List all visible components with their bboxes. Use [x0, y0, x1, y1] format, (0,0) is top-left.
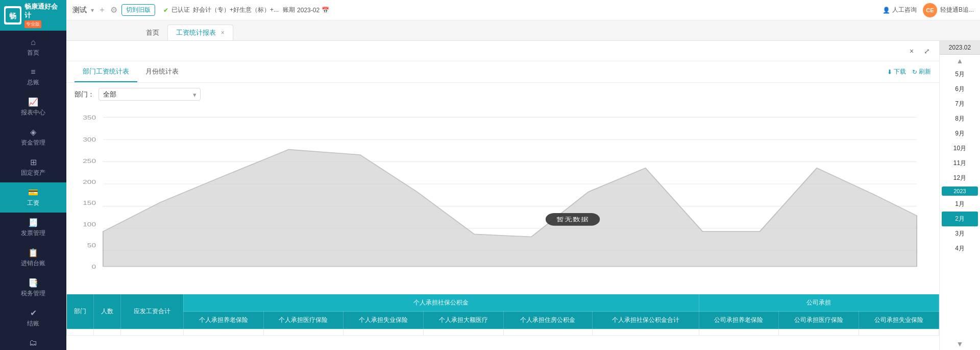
dept-select[interactable]: 全部 财务部 销售部 技术部 人事部	[99, 88, 201, 101]
table-wrapper[interactable]: 部门 人数 应发工资合计 个人承担社保公积金 公司承担 个人承担养老保险 个人承…	[66, 294, 939, 350]
refresh-button[interactable]: ↻ 刷新	[912, 67, 931, 76]
sidebar-item-home[interactable]: ⌂ 首页	[0, 33, 66, 62]
sidebar-item-ledger[interactable]: ≡ 总账	[0, 62, 66, 92]
topbar-add-button[interactable]: ＋	[98, 5, 106, 15]
help-button[interactable]: 👤 人工咨询	[883, 6, 917, 14]
th-personal-major-medical: 个人承担大额医疗	[424, 312, 504, 329]
invoice-icon: 🧾	[28, 218, 38, 227]
th-dept: 部门	[67, 294, 94, 329]
date-item-jan[interactable]: 1月	[940, 197, 980, 212]
sidebar-label-funds: 资金管理	[21, 138, 45, 147]
sidebar-nav: ⌂ 首页 ≡ 总账 📈 报表中心 ◈ 资金管理 ⊞ 固定资产 💳 工资	[0, 31, 66, 350]
td-personal-total	[592, 329, 699, 336]
topbar-dropdown-arrow[interactable]: ▾	[91, 7, 94, 14]
help-label: 人工咨询	[892, 6, 917, 14]
th-company-medical: 公司承担医疗保险	[779, 312, 859, 329]
refresh-icon: ↻	[912, 68, 917, 76]
tab-label: 工资统计报表	[176, 29, 216, 36]
th-personal-insurance-group: 个人承担社保公积金	[183, 294, 699, 312]
svg-marker-18	[103, 150, 917, 267]
date-panel-down-button[interactable]: ▼	[940, 338, 980, 350]
logo-icon: 畅	[4, 6, 21, 25]
sidebar-item-reports[interactable]: 📈 报表中心	[0, 92, 66, 122]
tab-dept-salary[interactable]: 部门工资统计表	[75, 62, 137, 82]
sidebar-label-tax: 税务管理	[21, 289, 45, 298]
sidebar-item-salary[interactable]: 💳 工资	[0, 182, 66, 213]
main-area: 测试 ▾ ＋ ⚙ 切到旧版 ✔ 已认证 好会计（专）+好生意（标）+... 账期…	[66, 0, 980, 350]
tab-salary-report[interactable]: 工资统计报表 ×	[167, 25, 233, 40]
switch-to-old-button[interactable]: 切到旧版	[121, 4, 155, 16]
sidebar-item-tax[interactable]: 📑 税务管理	[0, 273, 66, 303]
date-item-sep[interactable]: 9月	[940, 126, 980, 141]
date-item-apr[interactable]: 4月	[940, 241, 980, 256]
sidebar-item-assets[interactable]: ⊞ 固定资产	[0, 152, 66, 182]
topbar-period: 账期 2023-02 📅	[283, 6, 329, 14]
sidebar: 畅 畅康通好会计 专业版 ⌂ 首页 ≡ 总账 📈 报表中心 ◈	[0, 0, 66, 350]
window-controls: × ⤢	[905, 45, 933, 57]
download-button[interactable]: ⬇ 下载	[887, 67, 906, 76]
certified-label: 已认证	[172, 6, 190, 14]
sidebar-item-sales[interactable]: 📋 进销台账	[0, 243, 66, 273]
svg-text:0: 0	[91, 263, 96, 270]
date-item-jul[interactable]: 7月	[940, 97, 980, 111]
topbar-settings-button[interactable]: ⚙	[110, 5, 117, 15]
th-personal-medical: 个人承担医疗保险	[263, 312, 344, 329]
date-item-feb-active[interactable]: 2月	[942, 212, 978, 226]
salary-table: 部门 人数 应发工资合计 个人承担社保公积金 公司承担 个人承担养老保险 个人承…	[66, 294, 939, 336]
th-personal-total: 个人承担社保公积金合计	[592, 312, 699, 329]
tab-close-button[interactable]: ×	[221, 29, 225, 36]
chart-area: 350 300 250 200 150 100 50 0	[66, 106, 939, 294]
sidebar-label-invoice: 发票管理	[21, 229, 45, 238]
tab-home[interactable]: 首页	[138, 25, 167, 40]
th-count: 人数	[94, 294, 121, 329]
th-company-pension: 公司承担养老保险	[699, 312, 779, 329]
svg-text:350: 350	[83, 114, 96, 121]
sidebar-item-invoice[interactable]: 🧾 发票管理	[0, 213, 66, 243]
refresh-label: 刷新	[919, 67, 931, 76]
dept-select-wrapper: 全部 财务部 销售部 技术部 人事部 ▾	[99, 88, 201, 101]
date-item-oct[interactable]: 10月	[940, 141, 980, 156]
topbar-right: 👤 人工咨询 CE 轻捷通B追...	[883, 3, 974, 17]
td-personal-major-medical	[424, 329, 504, 336]
salary-icon: 💳	[28, 188, 38, 197]
panel-top: × ⤢	[66, 41, 939, 61]
sidebar-item-funds[interactable]: ◈ 资金管理	[0, 122, 66, 152]
maximize-window-button[interactable]: ⤢	[921, 45, 933, 57]
svg-text:200: 200	[83, 179, 96, 185]
user-avatar: CE	[923, 3, 937, 17]
date-item-mar[interactable]: 3月	[940, 226, 980, 241]
archive-icon: 🗂	[29, 338, 37, 347]
date-panel-up-button[interactable]: ▲	[940, 55, 980, 67]
topbar-title: 测试	[72, 6, 87, 15]
date-item-may[interactable]: 5月	[940, 67, 980, 82]
calendar-icon[interactable]: 📅	[322, 7, 329, 14]
sub-tab-bar: 部门工资统计表 月份统计表 ⬇ 下载 ↻ 刷新	[66, 61, 939, 83]
sidebar-item-settlement[interactable]: ✔ 结账	[0, 303, 66, 333]
svg-text:150: 150	[83, 200, 96, 206]
td-personal-unemployment	[344, 329, 424, 336]
sidebar-item-archive[interactable]: 🗂 归档管理	[0, 333, 66, 350]
period-value: 2023-02	[297, 7, 320, 14]
close-window-button[interactable]: ×	[905, 45, 918, 57]
th-company-insurance-group: 公司承担	[699, 294, 939, 312]
dept-filter-label: 部门：	[75, 90, 94, 99]
td-company-pension	[699, 329, 779, 336]
td-personal-pension	[183, 329, 263, 336]
topbar: 测试 ▾ ＋ ⚙ 切到旧版 ✔ 已认证 好会计（专）+好生意（标）+... 账期…	[66, 0, 980, 20]
sidebar-label-assets: 固定资产	[21, 169, 45, 177]
date-item-aug[interactable]: 8月	[940, 111, 980, 126]
user-menu[interactable]: CE 轻捷通B追...	[923, 3, 974, 17]
svg-text:100: 100	[83, 221, 96, 228]
user-name: 轻捷通B追...	[940, 6, 974, 14]
logo-badge: 专业版	[24, 20, 41, 28]
date-item-nov[interactable]: 11月	[940, 156, 980, 171]
tab-monthly-salary[interactable]: 月份统计表	[137, 62, 187, 82]
date-item-dec[interactable]: 12月	[940, 171, 980, 185]
help-icon: 👤	[883, 7, 890, 14]
main-panel: × ⤢ 部门工资统计表 月份统计表 ⬇ 下载 ↻	[66, 41, 939, 350]
date-item-jun[interactable]: 6月	[940, 82, 980, 97]
sidebar-label-settlement: 结账	[27, 319, 39, 328]
home-icon: ⌂	[31, 38, 36, 47]
td-total-salary	[121, 329, 183, 336]
td-company-unemployment	[859, 329, 939, 336]
